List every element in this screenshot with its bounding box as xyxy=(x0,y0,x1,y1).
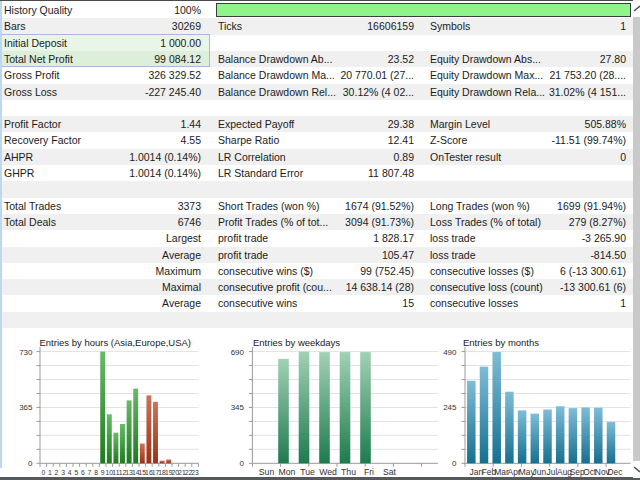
svg-text:1: 1 xyxy=(48,469,52,476)
svg-text:Entries by months: Entries by months xyxy=(463,337,539,348)
svg-text:Wed: Wed xyxy=(319,467,337,477)
svg-text:2: 2 xyxy=(55,469,59,476)
svg-text:Mon: Mon xyxy=(279,467,296,477)
svg-text:Fri: Fri xyxy=(364,467,374,477)
svg-text:Tue: Tue xyxy=(300,467,315,477)
svg-text:365: 365 xyxy=(19,403,33,412)
svg-text:9: 9 xyxy=(101,469,105,476)
svg-text:7: 7 xyxy=(88,469,92,476)
svg-text:0: 0 xyxy=(452,459,457,468)
svg-text:4: 4 xyxy=(68,469,72,476)
svg-text:23: 23 xyxy=(191,469,199,476)
svg-text:Jun: Jun xyxy=(533,467,547,477)
svg-text:Jul: Jul xyxy=(547,467,558,477)
svg-text:Thu: Thu xyxy=(341,467,356,477)
svg-text:Entries by weekdays: Entries by weekdays xyxy=(253,337,340,348)
svg-text:Entries by hours (Asia,Europe,: Entries by hours (Asia,Europe,USA) xyxy=(40,337,192,348)
svg-text:Dec: Dec xyxy=(607,467,622,477)
svg-text:0: 0 xyxy=(240,459,245,468)
svg-text:6: 6 xyxy=(81,469,85,476)
svg-text:Sat: Sat xyxy=(383,467,397,477)
svg-text:0: 0 xyxy=(28,459,33,468)
svg-text:690: 690 xyxy=(231,348,245,357)
svg-text:345: 345 xyxy=(231,403,245,412)
svg-text:8: 8 xyxy=(94,469,98,476)
svg-text:490: 490 xyxy=(443,348,457,357)
svg-text:5: 5 xyxy=(74,469,78,476)
svg-text:245: 245 xyxy=(443,403,457,412)
svg-text:3: 3 xyxy=(61,469,65,476)
svg-text:730: 730 xyxy=(19,348,33,357)
svg-text:Sun: Sun xyxy=(259,467,275,477)
svg-text:0: 0 xyxy=(41,469,45,476)
